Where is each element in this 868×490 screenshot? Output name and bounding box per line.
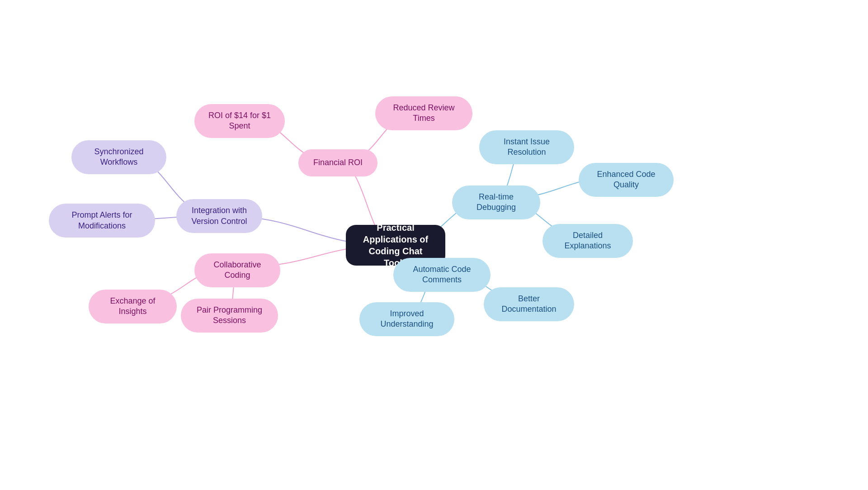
- node-reduced-review: Reduced Review Times: [375, 96, 472, 130]
- node-pair-programming: Pair Programming Sessions: [181, 299, 278, 333]
- node-roi-14: ROI of $14 for $1 Spent: [194, 104, 285, 138]
- node-automatic-comments: Automatic Code Comments: [393, 258, 491, 292]
- mindmap-container: Practical Applications of Coding Chat To…: [0, 0, 868, 490]
- node-financial-roi: Financial ROI: [298, 149, 377, 176]
- node-detailed-explanations: Detailed Explanations: [542, 224, 633, 258]
- node-enhanced-quality: Enhanced Code Quality: [579, 163, 674, 197]
- node-collaborative-coding: Collaborative Coding: [194, 253, 280, 287]
- node-improved-understanding: Improved Understanding: [359, 302, 454, 336]
- node-prompt-alerts: Prompt Alerts for Modifications: [49, 204, 155, 238]
- node-sync-workflows: Synchronized Workflows: [71, 140, 166, 174]
- node-instant-issue: Instant Issue Resolution: [479, 130, 574, 164]
- node-exchange-insights: Exchange of Insights: [89, 290, 177, 323]
- node-integration-vc: Integration with Version Control: [176, 199, 262, 233]
- node-better-documentation: Better Documentation: [484, 287, 574, 321]
- node-realtime-debugging: Real-time Debugging: [452, 186, 540, 219]
